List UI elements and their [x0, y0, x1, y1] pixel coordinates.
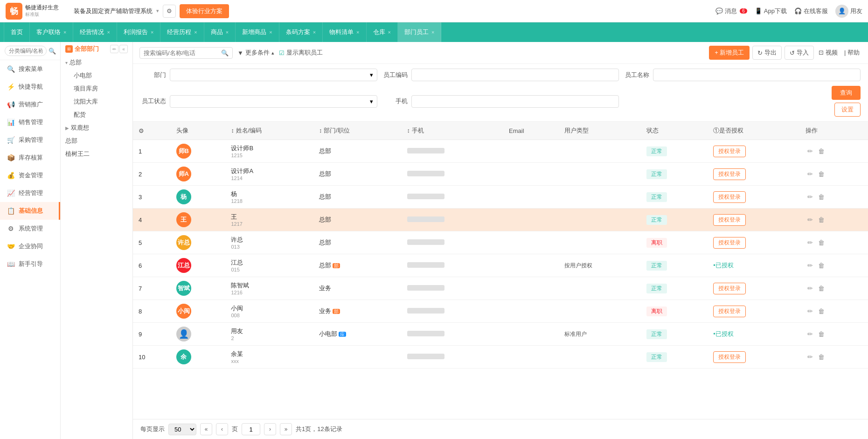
- col-settings[interactable]: ⚙: [133, 122, 171, 140]
- sidebar-item-search[interactable]: 🔍 搜索菜单: [0, 60, 60, 78]
- sidebar-search-icon[interactable]: 🔍: [49, 48, 56, 55]
- prev-page-btn[interactable]: ‹: [216, 423, 228, 435]
- import-button[interactable]: ↺ 导入: [785, 46, 814, 60]
- row-auth[interactable]: 授权登录: [708, 163, 800, 186]
- delete-button[interactable]: 🗑: [816, 261, 826, 270]
- dept-node-zongbu2[interactable]: 总部: [61, 134, 132, 147]
- sidebar-search-input[interactable]: [5, 46, 47, 56]
- dept-all-header[interactable]: ⊞ 全部部门 ✏ «: [61, 42, 132, 56]
- auth-login-btn[interactable]: 授权登录: [713, 191, 746, 203]
- emp-name-input[interactable]: [653, 69, 861, 81]
- nav-tab-products[interactable]: 商品 ×: [204, 22, 236, 42]
- dept-node-shuanglusiang[interactable]: ▶ 双鹿想: [61, 121, 132, 134]
- row-auth[interactable]: 授权登录: [708, 300, 800, 323]
- dept-edit-btn[interactable]: ✏: [110, 45, 118, 53]
- edit-button[interactable]: ✏: [806, 146, 815, 156]
- row-auth[interactable]: 授权登录: [708, 277, 800, 300]
- edit-button[interactable]: ✏: [806, 307, 815, 316]
- edit-button[interactable]: ✏: [806, 238, 815, 247]
- auth-login-btn[interactable]: 授权登录: [713, 146, 746, 157]
- sidebar-item-system[interactable]: ⚙ 系统管理: [0, 220, 60, 237]
- dept-select[interactable]: ▾: [170, 69, 377, 81]
- nav-tab-employees[interactable]: 部门员工 ×: [398, 22, 441, 42]
- auth-login-btn[interactable]: 授权登录: [713, 168, 746, 180]
- nav-tab-home[interactable]: 首页: [4, 22, 30, 42]
- edit-button[interactable]: ✏: [806, 284, 815, 293]
- sidebar-item-purchase[interactable]: 🛒 采购管理: [0, 131, 60, 149]
- next-page-btn[interactable]: ›: [264, 423, 276, 435]
- message-button[interactable]: 💬 消息 6: [715, 7, 747, 15]
- dept-node-xiaodibu[interactable]: 小电部: [61, 69, 132, 82]
- app-download-button[interactable]: 📱 App下载: [755, 7, 787, 15]
- col-dept[interactable]: ↕ 部门/职位: [313, 122, 402, 140]
- add-employee-button[interactable]: + 新增员工: [709, 46, 750, 60]
- row-auth[interactable]: 授权登录: [708, 140, 800, 163]
- search-input[interactable]: [144, 49, 219, 56]
- row-auth[interactable]: 授权登录: [708, 186, 800, 209]
- dept-node-shenyang[interactable]: 沈阳大库: [61, 95, 132, 108]
- row-auth[interactable]: 授权登录: [708, 209, 800, 231]
- edit-button[interactable]: ✏: [806, 261, 815, 270]
- page-input[interactable]: [242, 423, 260, 435]
- sys-dropdown-arrow[interactable]: ▾: [156, 8, 159, 14]
- nav-tab-customers[interactable]: 客户联络 ×: [30, 22, 73, 42]
- last-page-btn[interactable]: »: [280, 423, 292, 435]
- auth-login-btn[interactable]: 授权登录: [713, 351, 746, 363]
- sidebar-item-guide[interactable]: 📖 新手引导: [0, 255, 60, 273]
- first-page-btn[interactable]: «: [200, 423, 212, 435]
- nav-tab-operations[interactable]: 经营情况 ×: [73, 22, 117, 42]
- export-button[interactable]: ↻ 导出: [752, 46, 782, 60]
- auth-login-btn[interactable]: 授权登录: [713, 214, 746, 226]
- row-auth[interactable]: 授权登录: [708, 346, 800, 369]
- help-button[interactable]: | 帮助: [842, 47, 861, 59]
- nav-tab-barcode[interactable]: 条码方案 ×: [279, 22, 323, 42]
- col-name[interactable]: ↕ 姓名/编码: [225, 122, 313, 140]
- auth-login-btn[interactable]: 授权登录: [713, 283, 746, 294]
- edit-button[interactable]: ✏: [806, 169, 815, 179]
- sidebar-item-management[interactable]: 📈 经营管理: [0, 184, 60, 202]
- sidebar-item-marketing[interactable]: 📢 营销推广: [0, 96, 60, 113]
- sidebar-item-collaboration[interactable]: 🤝 企业协同: [0, 237, 60, 255]
- status-select[interactable]: ▾: [170, 95, 377, 108]
- delete-button[interactable]: 🗑: [816, 146, 826, 156]
- dept-node-zongbu-root[interactable]: ▾ 总部: [61, 56, 132, 69]
- nav-tab-warehouse[interactable]: 仓库 ×: [367, 22, 398, 42]
- trial-button[interactable]: 体验行业方案: [180, 4, 229, 18]
- dept-node-zhishu[interactable]: 植树王二: [61, 147, 132, 160]
- col-phone[interactable]: ↕ 手机: [402, 122, 504, 140]
- edit-button[interactable]: ✏: [806, 329, 815, 339]
- delete-button[interactable]: 🗑: [816, 238, 826, 247]
- dept-node-xiangmu[interactable]: 项目库房: [61, 82, 132, 95]
- nav-tab-bom[interactable]: 物料清单 ×: [323, 22, 366, 42]
- sidebar-item-quicknav[interactable]: ⚡ 快捷导航: [0, 78, 60, 96]
- edit-button[interactable]: ✏: [806, 352, 815, 362]
- per-page-select[interactable]: 50 20 100: [168, 424, 196, 435]
- edit-button[interactable]: ✏: [806, 215, 815, 224]
- delete-button[interactable]: 🗑: [816, 307, 826, 316]
- delete-button[interactable]: 🗑: [816, 329, 826, 339]
- user-avatar[interactable]: 👤 用友: [835, 5, 862, 18]
- emp-code-input[interactable]: [411, 69, 619, 81]
- nav-tab-new-product[interactable]: 新增商品 ×: [236, 22, 279, 42]
- online-service-button[interactable]: 🎧 在线客服: [794, 7, 828, 15]
- more-filter-btn[interactable]: ▼ 更多条件 ▴: [237, 49, 274, 57]
- edit-button[interactable]: ✏: [806, 192, 815, 202]
- dept-node-peihuo[interactable]: 配货: [61, 108, 132, 121]
- delete-button[interactable]: 🗑: [816, 352, 826, 362]
- row-auth[interactable]: 授权登录: [708, 231, 800, 254]
- delete-button[interactable]: 🗑: [816, 215, 826, 224]
- dept-collapse-btn[interactable]: «: [119, 45, 128, 53]
- auth-login-btn[interactable]: 授权登录: [713, 237, 746, 249]
- sidebar-item-inventory[interactable]: 📦 库存核算: [0, 149, 60, 167]
- delete-button[interactable]: 🗑: [816, 169, 826, 179]
- sidebar-item-basic-info[interactable]: 📋 基础信息: [0, 202, 60, 220]
- delete-button[interactable]: 🗑: [816, 284, 826, 293]
- sidebar-item-finance[interactable]: 💰 资金管理: [0, 167, 60, 184]
- query-button[interactable]: 查询: [832, 86, 861, 100]
- delete-button[interactable]: 🗑: [816, 192, 826, 202]
- view-button[interactable]: ⊡ 视频: [817, 47, 840, 59]
- show-resign-checkbox[interactable]: ☑ 显示离职员工: [279, 49, 323, 57]
- reset-button[interactable]: 设置: [834, 103, 861, 117]
- settings-button[interactable]: ⚙: [163, 5, 176, 18]
- auth-login-btn[interactable]: 授权登录: [713, 306, 746, 317]
